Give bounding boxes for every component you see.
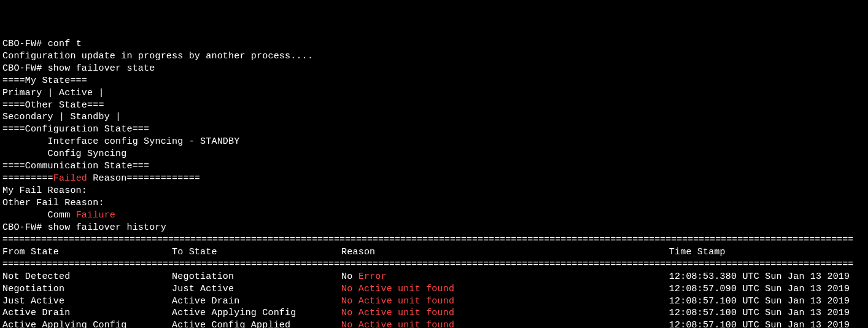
terminal-output: CBO-FW# conf t Configuration update in p… bbox=[2, 38, 866, 328]
cell-to-state: Active Drain bbox=[172, 296, 341, 307]
cell-timestamp: 12:08:57.090 UTC Sun Jan 13 2019 bbox=[669, 284, 850, 294]
cell-timestamp: 12:08:57.100 UTC Sun Jan 13 2019 bbox=[669, 320, 850, 328]
reason-highlight: No Active unit found bbox=[341, 320, 454, 328]
comm-line: Comm Failure bbox=[2, 210, 115, 221]
fail-reason-line: My Fail Reason: bbox=[2, 185, 87, 196]
command-line: conf t bbox=[48, 39, 82, 49]
table-row: Just Active Active Drain No Active unit … bbox=[2, 296, 850, 307]
fail-reason-line: Other Fail Reason: bbox=[2, 198, 104, 208]
reason-highlight: No Active unit found bbox=[341, 296, 454, 307]
cell-timestamp: 12:08:57.100 UTC Sun Jan 13 2019 bbox=[669, 308, 850, 318]
failure-word: Failure bbox=[76, 210, 115, 221]
state-line: Secondary | Standby | bbox=[2, 112, 121, 122]
command-line: show failover history bbox=[48, 222, 166, 233]
table-header: From State To State Reason Time Stamp bbox=[2, 247, 726, 257]
prompt: CBO-FW# bbox=[2, 222, 48, 233]
command-line: show failover state bbox=[48, 63, 155, 74]
cell-from-state: Negotiation bbox=[2, 284, 172, 294]
table-row: Active Applying Config Active Config App… bbox=[2, 320, 850, 328]
failed-line: =========Failed Reason============= bbox=[2, 173, 200, 184]
state-line: Primary | Active | bbox=[2, 88, 104, 98]
separator-line: ========================================… bbox=[2, 235, 853, 245]
cell-reason: No Active unit found bbox=[341, 308, 669, 318]
table-row: Negotiation Just Active No Active unit f… bbox=[2, 284, 850, 294]
cell-reason: No Active unit found bbox=[341, 296, 669, 307]
cell-timestamp: 12:08:53.380 UTC Sun Jan 13 2019 bbox=[669, 271, 850, 282]
cell-from-state: Active Applying Config bbox=[2, 320, 172, 328]
reason-highlight: No Active unit found bbox=[341, 308, 454, 318]
cell-to-state: Active Applying Config bbox=[172, 308, 341, 318]
message-line: Configuration update in progress by anot… bbox=[2, 51, 313, 61]
config-line: Config Syncing bbox=[2, 149, 126, 159]
prompt: CBO-FW# bbox=[2, 39, 48, 49]
cell-from-state: Just Active bbox=[2, 296, 172, 307]
reason-highlight: No Active unit found bbox=[341, 284, 454, 294]
prompt: CBO-FW# bbox=[2, 63, 48, 74]
section-header: ====Other State=== bbox=[2, 100, 104, 111]
cell-reason: No Active unit found bbox=[341, 284, 669, 294]
history-table-body: Not Detected Negotiation No Error 12:08:… bbox=[2, 271, 866, 328]
cell-timestamp: 12:08:57.100 UTC Sun Jan 13 2019 bbox=[669, 296, 850, 307]
cell-from-state: Not Detected bbox=[2, 271, 172, 282]
cell-reason: No Active unit found bbox=[341, 320, 669, 328]
reason-highlight: Error bbox=[358, 271, 387, 282]
cell-to-state: Just Active bbox=[172, 284, 341, 294]
config-line: Interface config Syncing - STANDBY bbox=[2, 136, 239, 147]
failed-word: Failed bbox=[53, 173, 87, 184]
table-row: Not Detected Negotiation No Error 12:08:… bbox=[2, 271, 850, 282]
cell-to-state: Active Config Applied bbox=[172, 320, 341, 328]
separator-line: ========================================… bbox=[2, 259, 853, 270]
cell-from-state: Active Drain bbox=[2, 308, 172, 318]
table-row: Active Drain Active Applying Config No A… bbox=[2, 308, 850, 318]
cell-reason: No Error bbox=[341, 271, 669, 282]
section-header: ====Configuration State=== bbox=[2, 124, 149, 135]
section-header: ====Communication State=== bbox=[2, 161, 149, 171]
section-header: ====My State=== bbox=[2, 76, 87, 86]
cell-to-state: Negotiation bbox=[172, 271, 341, 282]
